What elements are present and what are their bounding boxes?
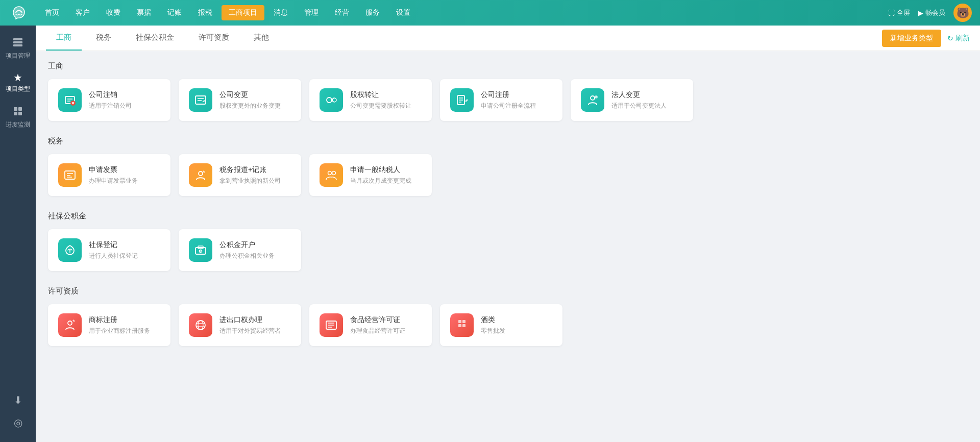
- card-company-cancel[interactable]: 公司注销 适用于注销公司: [48, 79, 170, 121]
- svg-point-38: [198, 321, 203, 330]
- settings-small-icon: ◎: [14, 418, 22, 428]
- card-food-license[interactable]: 食品经营许可证 办理食品经营许可证: [309, 304, 432, 346]
- tab-license[interactable]: 许可资质: [188, 26, 239, 51]
- card-equity-transfer-title: 股权转让: [350, 90, 422, 100]
- card-trademark-desc: 用于企业商标注册服务: [89, 327, 160, 335]
- card-trademark[interactable]: 商标注册 用于企业商标注册服务: [48, 304, 170, 346]
- card-company-register[interactable]: 公司注册 申请公司注册全流程: [440, 79, 562, 121]
- project-management-icon: [12, 37, 23, 50]
- card-tax-bookkeeping[interactable]: 税务报道+记账 拿到营业执照的新公司: [179, 154, 301, 196]
- nav-invoice[interactable]: 票据: [130, 5, 158, 20]
- sidebar-item-project-type[interactable]: ★ 项目类型: [0, 66, 36, 100]
- card-tax-bookkeeping-desc: 拿到营业执照的新公司: [219, 177, 291, 185]
- nav-client[interactable]: 客户: [68, 5, 97, 20]
- main-layout: 项目管理 ★ 项目类型 进度监测 ⬇ ◎: [0, 26, 980, 442]
- tab-tax[interactable]: 税务: [86, 26, 121, 51]
- svg-rect-48: [462, 324, 465, 327]
- vip-button[interactable]: ▶ 畅会员: [918, 8, 945, 17]
- card-import-export-text: 进出口权办理 适用于对外贸易经营者: [219, 315, 291, 335]
- user-avatar[interactable]: 🐻: [953, 4, 972, 22]
- card-general-taxpayer[interactable]: 申请一般纳税人 当月或次月成变更完成: [309, 154, 432, 196]
- tab-social-insurance[interactable]: 社保公积金: [126, 26, 184, 51]
- card-liquor[interactable]: 酒类 零售批发: [440, 304, 562, 346]
- general-taxpayer-icon: [320, 163, 343, 187]
- card-company-cancel-title: 公司注销: [89, 90, 160, 100]
- top-nav-right: ⛶ 全屏 ▶ 畅会员 🐻: [888, 4, 972, 22]
- card-general-taxpayer-desc: 当月或次月成变更完成: [350, 177, 422, 185]
- new-type-button[interactable]: 新增业务类型: [882, 30, 941, 47]
- card-legal-change-desc: 适用于公司变更法人: [611, 102, 683, 110]
- card-provident-fund-text: 公积金开户 办理公积金相关业务: [219, 240, 291, 260]
- card-legal-change-text: 法人变更 适用于公司变更法人: [611, 90, 683, 110]
- refresh-button[interactable]: ↻ 刷新: [947, 34, 970, 43]
- nav-home[interactable]: 首页: [38, 5, 66, 20]
- svg-rect-4: [18, 107, 22, 111]
- section-title-social: 社保公积金: [48, 211, 968, 221]
- social-insurance-icon: [58, 238, 82, 262]
- card-equity-transfer-text: 股权转让 公司变更需要股权转让: [350, 90, 422, 110]
- fullscreen-button[interactable]: ⛶ 全屏: [888, 8, 910, 17]
- nav-bookkeeping[interactable]: 记账: [160, 5, 189, 20]
- tab-business[interactable]: 工商: [46, 26, 82, 51]
- license-cards-grid: 商标注册 用于企业商标注册服务 进出口权办理: [48, 304, 968, 346]
- svg-point-16: [327, 97, 332, 103]
- card-import-export-title: 进出口权办理: [219, 315, 291, 325]
- main-content: 工商 公司注销 适用于: [36, 51, 980, 442]
- nav-service[interactable]: 服务: [358, 5, 387, 20]
- food-license-icon: [320, 313, 343, 337]
- card-company-register-desc: 申请公司注册全流程: [481, 102, 552, 110]
- card-legal-change[interactable]: 法人变更 适用于公司变更法人: [571, 79, 693, 121]
- nav-operation[interactable]: 经营: [328, 5, 356, 20]
- card-company-register-text: 公司注册 申请公司注册全流程: [481, 90, 552, 110]
- nav-business[interactable]: 工商项目: [222, 5, 264, 20]
- tab-bar-right: 新增业务类型 ↻ 刷新: [882, 30, 970, 47]
- apply-invoice-icon: [58, 163, 82, 187]
- card-social-insurance[interactable]: 社保登记 进行人员社保登记: [48, 229, 170, 271]
- card-import-export-desc: 适用于对外贸易经营者: [219, 327, 291, 335]
- app-logo: [8, 2, 30, 23]
- card-liquor-text: 酒类 零售批发: [481, 315, 552, 335]
- card-tax-bookkeeping-text: 税务报道+记账 拿到营业执照的新公司: [219, 165, 291, 185]
- svg-rect-46: [462, 320, 465, 323]
- nav-message[interactable]: 消息: [266, 5, 295, 20]
- card-provident-fund-title: 公积金开户: [219, 240, 291, 250]
- nav-tax[interactable]: 报税: [191, 5, 219, 20]
- card-apply-invoice-desc: 办理申请发票业务: [89, 177, 160, 185]
- svg-rect-6: [18, 112, 22, 115]
- nav-management[interactable]: 管理: [297, 5, 326, 20]
- tax-cards-grid: 申请发票 办理申请发票业务 税务报道+记账 拿到营业执照的新: [48, 154, 968, 196]
- card-equity-transfer-desc: 公司变更需要股权转让: [350, 102, 422, 110]
- svg-point-37: [196, 321, 205, 330]
- nav-settings[interactable]: 设置: [389, 5, 418, 20]
- card-company-cancel-desc: 适用于注销公司: [89, 102, 160, 110]
- svg-rect-3: [14, 107, 17, 111]
- card-apply-invoice[interactable]: 申请发票 办理申请发票业务: [48, 154, 170, 196]
- card-company-change-text: 公司变更 股权变更外的业务变更: [219, 90, 291, 110]
- sidebar-item-project-management[interactable]: 项目管理: [0, 31, 36, 66]
- sidebar-bottom: ⬇ ◎: [0, 389, 36, 442]
- sidebar-label-project-type: 项目类型: [6, 85, 30, 93]
- content-area: 工商 税务 社保公积金 许可资质 其他 新增业务类型 ↻ 刷新 工商: [36, 26, 980, 442]
- card-import-export[interactable]: 进出口权办理 适用于对外贸易经营者: [179, 304, 301, 346]
- card-company-register-title: 公司注册: [481, 90, 552, 100]
- sidebar-settings-small[interactable]: ◎: [0, 411, 36, 434]
- card-company-change[interactable]: 公司变更 股权变更外的业务变更: [179, 79, 301, 121]
- provident-fund-icon: [189, 238, 212, 262]
- fullscreen-icon: ⛶: [888, 9, 895, 17]
- card-equity-transfer[interactable]: 股权转让 公司变更需要股权转让: [309, 79, 432, 121]
- card-company-change-desc: 股权变更外的业务变更: [219, 102, 291, 110]
- sidebar-item-progress[interactable]: 进度监测: [0, 100, 36, 135]
- company-change-icon: [189, 88, 212, 112]
- section-title-license: 许可资质: [48, 286, 968, 296]
- card-provident-fund-desc: 办理公积金相关业务: [219, 252, 291, 260]
- trademark-icon: [58, 313, 82, 337]
- card-trademark-text: 商标注册 用于企业商标注册服务: [89, 315, 160, 335]
- nav-items: 首页 客户 收费 票据 记账 报税 工商项目 消息 管理 经营 服务 设置: [38, 5, 888, 20]
- card-provident-fund[interactable]: 公积金开户 办理公积金相关业务: [179, 229, 301, 271]
- nav-fee[interactable]: 收费: [99, 5, 128, 20]
- tab-other[interactable]: 其他: [243, 26, 279, 51]
- sidebar-download[interactable]: ⬇: [0, 389, 36, 411]
- business-cards-grid: 公司注销 适用于注销公司 公司变更: [48, 79, 968, 121]
- vip-icon: ▶: [918, 9, 923, 17]
- card-company-change-title: 公司变更: [219, 90, 291, 100]
